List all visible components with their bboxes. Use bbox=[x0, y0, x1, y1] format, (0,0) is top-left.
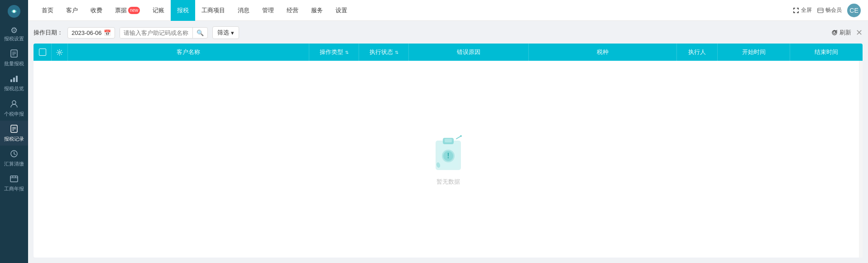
nav-bookkeeping[interactable]: 记账 bbox=[146, 0, 171, 21]
settings-icon bbox=[56, 49, 63, 56]
nav-settings[interactable]: 设置 bbox=[329, 0, 354, 21]
svg-rect-8 bbox=[16, 76, 18, 82]
svg-point-1 bbox=[13, 10, 15, 13]
logo[interactable] bbox=[0, 0, 28, 23]
search-button[interactable]: 🔍 bbox=[192, 28, 207, 38]
svg-rect-15 bbox=[10, 176, 18, 182]
member-button[interactable]: 畅会员 bbox=[817, 6, 842, 14]
nav-tax[interactable]: 报税 bbox=[171, 0, 195, 21]
sidebar-item-tax-settings[interactable]: ⚙ 报税设置 bbox=[0, 23, 28, 45]
nav-service[interactable]: 服务 bbox=[305, 0, 329, 21]
th-tax-type: 税种 bbox=[529, 44, 677, 61]
svg-rect-6 bbox=[10, 79, 12, 82]
svg-point-9 bbox=[12, 101, 16, 104]
chevron-down-icon: ▾ bbox=[231, 29, 234, 36]
th-name: 客户名称 bbox=[68, 44, 309, 61]
main-area: 首页 客户 收费 票据 new 记账 报税 工商项目 消息 管理 经营 服务 设… bbox=[28, 0, 868, 263]
date-label: 操作日期： bbox=[34, 29, 63, 37]
sidebar: ⚙ 报税设置 批量报税 报税总览 bbox=[0, 0, 28, 263]
toolbar: 操作日期： 2023-06-06 📅 🔍 筛选 ▾ bbox=[34, 26, 863, 39]
svg-point-30 bbox=[460, 135, 462, 137]
nav-message[interactable]: 消息 bbox=[231, 0, 256, 21]
search-input[interactable] bbox=[120, 28, 192, 38]
user-avatar[interactable]: CE bbox=[847, 4, 861, 17]
fullscreen-button[interactable]: 全屏 bbox=[793, 6, 812, 14]
search-wrap: 🔍 bbox=[120, 27, 208, 39]
tax-overview-icon bbox=[10, 74, 19, 84]
content-area: 操作日期： 2023-06-06 📅 🔍 筛选 ▾ bbox=[28, 21, 868, 263]
table-body: ! 暂无数据 bbox=[34, 61, 863, 258]
batch-tax-icon bbox=[10, 49, 19, 59]
th-end-time: 结束时间 bbox=[790, 44, 863, 61]
svg-rect-19 bbox=[818, 8, 823, 13]
invoice-badge: new bbox=[128, 7, 140, 14]
th-start-time: 开始时间 bbox=[718, 44, 790, 61]
th-checkbox[interactable] bbox=[34, 44, 52, 61]
page-content: 操作日期： 2023-06-06 📅 🔍 筛选 ▾ bbox=[28, 21, 868, 263]
empty-text: 暂无数据 bbox=[436, 178, 460, 186]
date-picker[interactable]: 2023-06-06 📅 bbox=[67, 27, 115, 39]
settlement-icon bbox=[10, 149, 19, 160]
sidebar-item-personal-tax[interactable]: 个税申报 bbox=[0, 96, 28, 121]
nav-customer[interactable]: 客户 bbox=[60, 0, 84, 21]
filter-button[interactable]: 筛选 ▾ bbox=[212, 26, 239, 39]
th-exec-status[interactable]: 执行状态 ⇅ bbox=[359, 44, 409, 61]
svg-rect-7 bbox=[13, 78, 15, 82]
svg-text:!: ! bbox=[447, 152, 449, 160]
svg-rect-25 bbox=[445, 139, 452, 142]
tax-records-icon bbox=[10, 124, 19, 135]
table-container: 客户名称 操作类型 ⇅ 执行状态 ⇅ 错误原因 税种 bbox=[34, 44, 863, 258]
member-icon bbox=[817, 7, 824, 14]
top-nav: 首页 客户 收费 票据 new 记账 报税 工商项目 消息 管理 经营 服务 设… bbox=[28, 0, 868, 21]
nav-commerce[interactable]: 工商项目 bbox=[195, 0, 231, 21]
nav-billing[interactable]: 收费 bbox=[84, 0, 109, 21]
tax-settings-icon: ⚙ bbox=[10, 26, 18, 34]
th-settings[interactable] bbox=[52, 44, 68, 61]
op-type-sort-icon: ⇅ bbox=[345, 50, 349, 55]
nav-home[interactable]: 首页 bbox=[35, 0, 60, 21]
sidebar-item-settlement[interactable]: 汇算清缴 bbox=[0, 146, 28, 170]
date-value: 2023-06-06 bbox=[72, 29, 102, 36]
personal-tax-icon bbox=[10, 99, 19, 110]
nav-management[interactable]: 管理 bbox=[256, 0, 280, 21]
nav-right: 全屏 畅会员 CE bbox=[793, 4, 861, 17]
exec-status-sort-icon: ⇅ bbox=[395, 50, 398, 55]
sidebar-item-tax-overview[interactable]: 报税总览 bbox=[0, 70, 28, 95]
empty-icon: ! bbox=[430, 132, 466, 173]
select-all-checkbox[interactable] bbox=[39, 49, 46, 56]
close-button[interactable]: ✕ bbox=[856, 29, 863, 37]
th-error-reason: 错误原因 bbox=[409, 44, 529, 61]
svg-point-21 bbox=[59, 51, 61, 53]
th-op-type[interactable]: 操作类型 ⇅ bbox=[309, 44, 359, 61]
sidebar-item-batch-tax[interactable]: 批量报税 bbox=[0, 45, 28, 70]
sidebar-item-tax-records[interactable]: 报税记录 bbox=[0, 121, 28, 146]
nav-finance[interactable]: 经营 bbox=[280, 0, 305, 21]
table-header: 客户名称 操作类型 ⇅ 执行状态 ⇅ 错误原因 税种 bbox=[34, 44, 863, 61]
empty-state: ! 暂无数据 bbox=[430, 132, 466, 186]
refresh-button[interactable]: 刷新 bbox=[831, 29, 851, 37]
fullscreen-icon bbox=[793, 7, 799, 14]
calendar-icon: 📅 bbox=[104, 29, 111, 36]
nav-items: 首页 客户 收费 票据 new 记账 报税 工商项目 消息 管理 经营 服务 设… bbox=[35, 0, 793, 21]
nav-invoice[interactable]: 票据 new bbox=[109, 0, 146, 21]
scroll-track[interactable] bbox=[859, 61, 863, 258]
sidebar-item-annual-report[interactable]: 工商年报 bbox=[0, 170, 28, 195]
th-executor: 执行人 bbox=[677, 44, 718, 61]
refresh-icon bbox=[831, 29, 838, 36]
annual-report-icon bbox=[10, 174, 19, 185]
